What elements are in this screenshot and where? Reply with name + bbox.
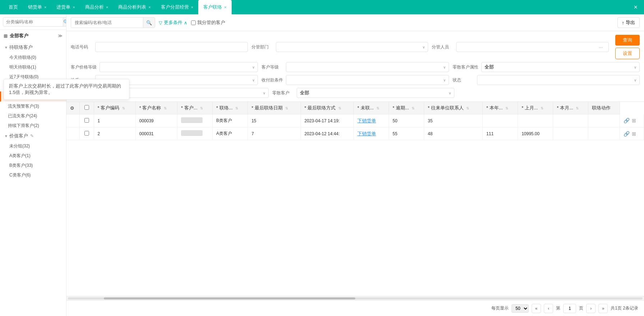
sort-icon-not-contacted: ⇅ [376,106,379,110]
customer-type-select[interactable]: ∨ [111,88,269,98]
page-number-input[interactable] [563,304,576,313]
filter-row-4: ··· 客户类型 ∨ 零散客户 全部 ∨ [71,88,640,98]
retail-attr-select[interactable]: 全部 ∨ [481,62,640,72]
th-customer-code[interactable]: * 客户编码 ⇅ [94,102,135,114]
value-customers-header[interactable]: ▼ 价值客户 ✎ [0,131,66,141]
nav-item-customer-contact[interactable]: 客户联络 × [198,0,231,14]
sort-icon-current-month: ⇅ [576,106,579,110]
search-field: 🔍 [71,17,155,28]
th-last-contact-date[interactable]: * 最后联络日期 ⇅ [248,102,301,114]
th-customer-type[interactable]: * 客户... ⇅ [177,102,213,114]
table-checkbox-header[interactable] [79,102,94,114]
row-2-checkbox[interactable] [84,131,89,136]
customer-level-select[interactable]: ∨ [286,62,449,72]
nav-item-customer-layered[interactable]: 客户分层经营 × [156,0,198,14]
sidebar-item-class-a[interactable]: A类客户(1) [0,151,66,161]
pending-contact-header[interactable]: ▼ 待联络客户 [0,42,66,53]
td-code-2: 000031 [135,127,177,140]
query-button[interactable]: 查询 [615,35,640,46]
scrollbar-track[interactable] [68,297,643,300]
more-conditions-button[interactable]: ▽ 更多条件 ∧ [159,19,187,26]
grid-action-icon-1[interactable]: ⊞ [632,118,636,123]
last-page-button[interactable]: » [598,304,608,313]
td-checkbox-2[interactable] [79,127,94,140]
chevron-down-icon-status: ∨ [634,78,636,82]
th-contact-count[interactable]: * 联络... ⇅ [213,102,248,114]
sort-icon-name: ⇅ [164,106,167,110]
close-product-analysis-tab[interactable]: × [106,5,108,9]
dept-select[interactable]: ∨ [276,42,428,52]
settings-gear-icon[interactable]: ⚙ [70,105,74,111]
link-action-icon-2[interactable]: 🔗 [624,131,630,137]
next-page-button[interactable]: › [586,304,596,313]
sidebar-item-class-b[interactable]: B类客户(33) [0,161,66,170]
page-size-select[interactable]: 50 [511,304,529,313]
th-current-month[interactable]: * 本月... ⇅ [553,102,588,114]
search-input[interactable] [71,18,143,27]
last-method-link-2[interactable]: 下销货单 [357,131,376,136]
export-button[interactable]: ↑ 导出 [617,17,640,28]
settings-button[interactable]: 设置 [615,48,640,59]
category-search-button[interactable]: 🔍 [63,17,66,27]
nav-item-product-analysis-list[interactable]: 商品分析列表 × [113,0,156,14]
search-button[interactable]: 🔍 [143,18,155,28]
th-customer-name[interactable]: * 客户名称 ⇅ [135,102,177,114]
close-customer-contact-tab[interactable]: × [224,5,226,9]
prev-page-button[interactable]: ‹ [544,304,553,313]
td-checkbox-1[interactable] [79,114,94,127]
sidebar-item-today-pending[interactable]: 今天待联络(0) [0,53,66,62]
sidebar-item-class-c[interactable]: C类客户(6) [0,170,66,180]
row-1-checkbox[interactable] [84,118,89,123]
scrollbar-thumb[interactable] [104,297,355,300]
nav-item-purchase[interactable]: 进货单 × [51,0,80,14]
retail-customer-select[interactable]: 全部 ∨ [297,88,454,98]
sidebar-item-lost-prospect[interactable]: 流失预警客户(3) [0,102,66,111]
last-method-link-1[interactable]: 下销货单 [357,118,376,123]
sidebar-item-persistent-down[interactable]: 持续下滑客户(2) [0,121,66,131]
th-unit-contacts[interactable]: * 往来单位联系人 ⇅ [424,102,483,114]
th-last-contact-method[interactable]: * 最后联络方式 ⇅ [301,102,353,114]
action-icons-2: 🔗 ⊞ [624,131,640,137]
horizontal-scrollbar[interactable] [66,296,644,300]
status-select[interactable]: ∨ [477,75,640,85]
nav-item-product-analysis[interactable]: 商品分析 × [80,0,113,14]
sidebar-item-tomorrow-pending[interactable]: 明天待联络(1) [0,62,66,72]
chevron-down-icon-retail-customer: ∨ [449,91,451,95]
chevron-down-icon-payment: ∨ [443,78,446,82]
td-action-2: 🔗 ⊞ [620,127,644,140]
chevron-down-icon-level: ∨ [443,65,446,69]
collapse-icon[interactable]: ≫ [58,33,62,38]
td-unit-contacts-1 [483,114,518,127]
all-customers-header[interactable]: ⊞ 全部客户 ≫ [0,30,66,42]
th-current-year[interactable]: * 本年... ⇅ [483,102,518,114]
payment-select[interactable]: ∨ [286,75,449,85]
price-level-select[interactable]: ∨ [99,62,258,72]
th-last-month[interactable]: * 上月... ⇅ [518,102,553,114]
nav-item-home[interactable]: 首页 [4,0,23,14]
grid-action-icon-2[interactable]: ⊞ [632,131,636,137]
sidebar-item-lost-customer[interactable]: 已流失客户(24) [0,111,66,121]
close-sales-tab[interactable]: × [44,5,46,9]
select-all-checkbox[interactable] [84,105,89,110]
triangle-icon: ▼ [4,46,8,49]
window-close-button[interactable]: × [631,4,640,11]
close-product-analysis-list-tab[interactable]: × [148,5,150,9]
chevron-down-icon: ∧ [184,20,187,25]
dots-icon-manager[interactable]: ··· [596,44,606,50]
nav-item-sales[interactable]: 销货单 × [23,0,51,14]
phone-input[interactable] [95,42,248,52]
th-not-contacted[interactable]: * 未联... ⇅ [353,102,389,114]
sidebar: 🔍 ⊞ 全部客户 ≫ ▼ 待联络客户 今天待联络(0) 明天待联络(1) 近7天… [0,14,66,316]
manager-select[interactable]: ··· [456,42,609,52]
link-action-icon-1[interactable]: 🔗 [624,118,630,123]
close-customer-layered-tab[interactable]: × [191,5,193,9]
my-customers-checkbox[interactable] [191,20,196,25]
category-search-input[interactable] [3,17,63,27]
first-page-button[interactable]: « [532,304,541,313]
table-settings-header[interactable]: ⚙ [66,102,79,114]
sidebar-item-ungrouped[interactable]: 未分组(32) [0,141,66,151]
table-area: ⚙ * 客户编码 ⇅ * 客户名称 ⇅ [66,102,644,296]
th-overdue[interactable]: * 逾期... ⇅ [389,102,424,114]
close-purchase-tab[interactable]: × [73,5,75,9]
value-edit-icon[interactable]: ✎ [30,133,34,138]
